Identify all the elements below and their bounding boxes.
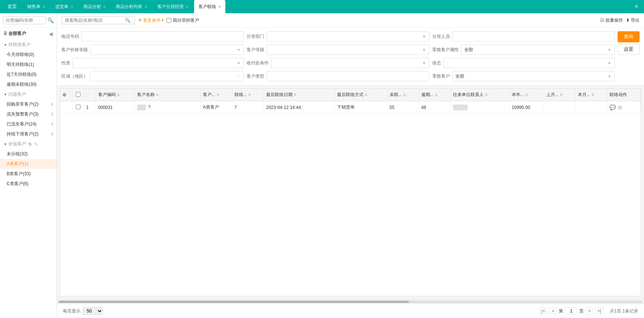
my-customers-check[interactable]: 我分管的客户 [167, 17, 199, 24]
sidebar-item-churned[interactable]: 已流失客户(24) ℹ [0, 119, 57, 129]
qr-icon[interactable]: ⊞ [618, 105, 622, 110]
total-records-label: 共1页 1条记录 [610, 308, 638, 314]
sort-overdue-icon[interactable]: ⇅ [435, 93, 438, 97]
sidebar-item-tomorrow[interactable]: 明天待联络(1) [0, 60, 57, 70]
nav-goods-analysis[interactable]: 商品分析 × [79, 0, 110, 13]
row-code: 000031 [96, 101, 135, 114]
col-check [72, 89, 84, 101]
col-last-date: 最后联络日期 ⇅ [264, 89, 334, 101]
sort-this-month-icon[interactable]: ⇅ [591, 93, 594, 97]
field-nature-label: 性质 [61, 60, 70, 66]
sort-last-month-icon[interactable]: ⇅ [560, 93, 563, 97]
col-not-contact: 未联... ⇅ [387, 89, 419, 101]
nav-customer-contact[interactable]: 客户联络 × [194, 0, 225, 13]
last-page-btn[interactable]: >| [595, 307, 603, 315]
first-page-btn[interactable]: |< [539, 307, 547, 315]
sort-last-date-icon[interactable]: ⇅ [294, 93, 297, 97]
sort-contact-icon[interactable]: ⇅ [248, 93, 251, 97]
set-button[interactable]: 设置 [618, 44, 640, 55]
col-gear[interactable]: ⚙ [60, 89, 72, 101]
horizontal-scrollbar[interactable] [57, 299, 644, 304]
field-phone: 电话号码 [61, 31, 244, 42]
sidebar-item-overdue[interactable]: 逾期未联络(30) [0, 80, 57, 89]
field-region-input[interactable]: ··· [90, 71, 244, 81]
sort-not-contact-icon[interactable]: ⇅ [403, 93, 406, 97]
field-nature-select[interactable]: ▼ [72, 58, 244, 68]
field-customer-type-input[interactable] [266, 71, 429, 81]
prev-page-btn[interactable]: < [550, 307, 557, 315]
sidebar-item-abnormal[interactable]: 回购异常客户(2) ℹ [0, 99, 57, 109]
close-goods-analysis-tab[interactable]: × [103, 4, 105, 9]
last-method-link[interactable]: 下销货单 [337, 105, 355, 110]
filter-icon: ▼ [138, 18, 142, 23]
refresh-icon[interactable]: ↻ [28, 142, 32, 147]
field-payment: 收付款条件 ▼ [247, 58, 429, 68]
close-sales-tab[interactable]: × [43, 4, 45, 9]
batch-ops-btn[interactable]: ☑ 批量操作 [600, 17, 623, 24]
col-action: 联络动作 [607, 89, 641, 101]
retail-attr-arrow-icon: ▼ [608, 48, 611, 52]
field-manager-input[interactable]: ··· [452, 31, 615, 42]
query-button[interactable]: 查询 [618, 31, 640, 42]
row-check [72, 101, 84, 114]
page-size-select[interactable]: 10 20 50 100 [83, 307, 103, 315]
sort-last-method-icon[interactable]: ⇅ [365, 93, 368, 97]
batch-ops-area: ☑ 批量操作 ⬆ 导出 [600, 17, 640, 24]
close-purchase-tab[interactable]: × [71, 4, 73, 9]
my-customers-checkbox[interactable] [167, 18, 171, 23]
nav-goods-list[interactable]: 商品分析列表 × [111, 0, 151, 13]
field-price-level-select[interactable]: ▼ [90, 45, 244, 55]
nav-purchase[interactable]: 进货单 × [51, 0, 77, 13]
message-icon[interactable]: 💬 [609, 105, 616, 110]
close-customer-layer-tab[interactable]: × [186, 4, 188, 9]
field-customer-level-select[interactable]: ▼ [266, 45, 429, 55]
edit-icon[interactable]: ✎ [34, 142, 38, 147]
field-region: 区域（地区） ··· [61, 71, 244, 81]
select-all-checkbox[interactable] [76, 92, 80, 97]
row-last-month [544, 101, 575, 114]
sidebar-item-7days[interactable]: 近7天待联络(0) [0, 70, 57, 80]
sidebar-item-declining[interactable]: 持续下滑客户(2) ℹ [0, 129, 57, 139]
field-retail-attr-select[interactable]: 全部 ▼ [461, 45, 615, 55]
sidebar-search-icon[interactable]: 🔍 [47, 17, 54, 23]
sidebar-item-churn-warning[interactable]: 流失预警客户(3) ℹ [0, 109, 57, 119]
sidebar-item-ungroup[interactable]: 未分组(32) [0, 149, 57, 159]
field-phone-input[interactable] [81, 31, 244, 42]
field-retail-select[interactable]: 全部 ▼ [452, 71, 615, 81]
page-number-input[interactable] [565, 307, 577, 315]
scroll-thumb[interactable] [58, 301, 409, 303]
window-close-button[interactable]: × [632, 3, 641, 10]
sort-type-icon[interactable]: ⇅ [217, 93, 219, 97]
export-btn[interactable]: ⬆ 导出 [626, 17, 640, 24]
sidebar-search-input[interactable] [3, 16, 46, 24]
sidebar-item-c-class[interactable]: C类客户(6) [0, 179, 57, 189]
nav-sales[interactable]: 销售单 × [23, 0, 49, 13]
field-status: 状态 ▼ [432, 58, 615, 68]
row-checkbox[interactable] [76, 105, 80, 109]
sidebar-item-today[interactable]: 今天待联络(0) [0, 50, 57, 60]
sort-unit-contact-icon[interactable]: ⇅ [485, 93, 488, 97]
sidebar-search-wrap: 🔍 [0, 13, 57, 28]
main-search-input[interactable] [65, 18, 124, 23]
more-filter-btn[interactable]: ▼ 更多条件 ▾ [138, 17, 164, 24]
sort-code-icon[interactable]: ⇅ [117, 93, 120, 97]
sort-name-icon[interactable]: ⇅ [156, 93, 159, 97]
field-status-select[interactable]: ▼ [443, 58, 615, 68]
field-phone-label: 电话号码 [61, 33, 79, 40]
close-goods-list-tab[interactable]: × [144, 4, 147, 9]
nav-customer-layer[interactable]: 客户分层经营 × [153, 0, 193, 13]
close-customer-contact-tab[interactable]: × [218, 4, 221, 9]
region-dots-icon: ··· [236, 74, 240, 79]
sidebar-collapse-btn[interactable]: ◀ [49, 31, 53, 37]
grid-icon: ⠿ [4, 31, 7, 36]
field-dept-select[interactable]: ▼ [266, 31, 429, 42]
next-page-btn[interactable]: > [586, 307, 593, 315]
chevron-down-icon: ▾ [161, 18, 164, 23]
sidebar-item-a-class[interactable]: A类客户(1) [0, 159, 57, 169]
sidebar-item-b-class[interactable]: B类客户(33) [0, 169, 57, 179]
nav-home[interactable]: 首页 [3, 0, 21, 13]
row-type: A类客户 [200, 101, 232, 114]
col-this-month: 本月... ⇅ [576, 89, 607, 101]
sort-this-year-icon[interactable]: ⇅ [525, 93, 528, 97]
field-payment-select[interactable]: ▼ [271, 58, 429, 68]
